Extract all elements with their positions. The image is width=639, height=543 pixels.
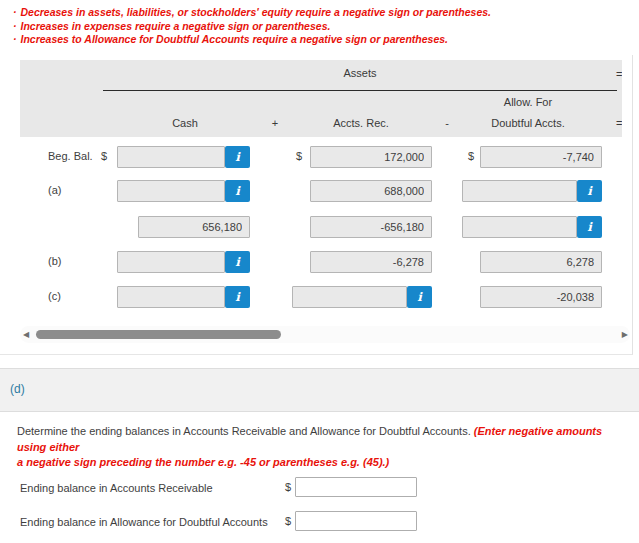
column-header-accts-rec: Accts. Rec. [311, 117, 411, 129]
cell-a2-cash [138, 216, 250, 238]
info-button[interactable]: i [225, 251, 250, 273]
instruction-text: Decreases in assets, liabilities, or sto… [21, 6, 492, 18]
info-button[interactable]: i [225, 146, 250, 168]
part-d-prompt: Determine the ending balances in Account… [17, 424, 629, 471]
row-label-beg-bal: Beg. Bal. [48, 150, 93, 162]
cell-a-allow: i [462, 180, 602, 202]
bullet-icon: · [13, 6, 17, 18]
cell-beg-bal-ar [310, 146, 432, 168]
answer-label-ar: Ending balance in Accounts Receivable [20, 482, 213, 494]
worksheet-panel: Assets = Allow. For Cash + Accts. Rec. -… [0, 55, 633, 355]
info-button[interactable]: i [577, 180, 602, 202]
cell-c-ar: i [292, 286, 432, 308]
cash-a-input[interactable] [117, 180, 225, 202]
instruction-list: ·Decreases in assets, liabilities, or st… [13, 6, 633, 47]
allow-a-input[interactable] [462, 180, 577, 202]
instruction-line: ·Decreases in assets, liabilities, or st… [13, 6, 633, 20]
dollar-sign: $ [468, 150, 474, 162]
cell-beg-bal-allow [480, 146, 602, 168]
answer-label-allowance: Ending balance in Allowance for Doubtful… [20, 516, 268, 528]
info-button[interactable]: i [225, 286, 250, 308]
dollar-sign: $ [101, 150, 107, 162]
assets-group-header: Assets [103, 67, 617, 79]
section-d-band: (d) [0, 368, 639, 412]
instruction-text: Increases in expenses require a negative… [21, 20, 331, 32]
cash-a2-value [138, 216, 250, 238]
allow-a2-input[interactable] [462, 216, 577, 238]
row-label-c: (c) [48, 290, 61, 302]
dollar-sign: $ [296, 150, 302, 162]
bullet-icon: · [13, 20, 17, 32]
cell-b-ar [310, 251, 432, 273]
scrollbar-thumb[interactable] [36, 330, 281, 339]
info-button[interactable]: i [225, 180, 250, 202]
cash-c-input[interactable] [117, 286, 225, 308]
worksheet-header: Assets = Allow. For Cash + Accts. Rec. -… [20, 60, 622, 137]
cash-b-input[interactable] [117, 251, 225, 273]
homework-page: ·Decreases in assets, liabilities, or st… [0, 0, 639, 543]
ar-a-value [310, 180, 432, 202]
instruction-line: ·Increases in expenses require a negativ… [13, 20, 633, 34]
info-button[interactable]: i [577, 216, 602, 238]
cell-b-cash: i [117, 251, 250, 273]
cash-beg-bal-input[interactable] [117, 146, 225, 168]
column-header-allowance-line1: Allow. For [448, 96, 608, 108]
bullet-icon: · [13, 33, 17, 45]
cell-c-cash: i [117, 286, 250, 308]
column-header-cash: Cash [145, 117, 225, 129]
cell-beg-bal-cash: i [117, 146, 250, 168]
plus-separator: + [265, 117, 285, 129]
horizontal-scrollbar[interactable]: ◀ ▶ [20, 326, 630, 343]
cell-a-ar [310, 180, 432, 202]
allow-c-value [480, 286, 602, 308]
cell-a-cash: i [117, 180, 250, 202]
info-button[interactable]: i [407, 286, 432, 308]
prompt-note-line2: a negative sign preceding the number e.g… [17, 456, 389, 468]
cell-c-allow [480, 286, 602, 308]
ar-c-input[interactable] [292, 286, 407, 308]
ar-a2-value [310, 216, 432, 238]
ending-balance-allowance-input[interactable] [295, 511, 417, 531]
scroll-right-icon[interactable]: ▶ [622, 330, 628, 339]
scroll-left-icon[interactable]: ◀ [23, 330, 29, 339]
prompt-text: Determine the ending balances in Account… [17, 425, 474, 437]
cell-b-allow [480, 251, 602, 273]
ar-beg-bal-value [310, 146, 432, 168]
row-label-a: (a) [48, 184, 61, 196]
row-label-b: (b) [48, 255, 61, 267]
equals-sign-clipped: = [616, 68, 622, 80]
allow-beg-bal-value [480, 146, 602, 168]
section-d-label: (d) [10, 382, 25, 396]
dollar-sign: $ [285, 481, 291, 493]
ar-b-value [310, 251, 432, 273]
equals-sign-clipped: = [616, 117, 622, 129]
column-header-allowance-line2: Doubtful Accts. [448, 117, 608, 129]
dollar-sign: $ [285, 515, 291, 527]
instruction-line: ·Increases to Allowance for Doubtful Acc… [13, 33, 633, 47]
assets-underline [103, 90, 617, 91]
cell-a2-ar [310, 216, 432, 238]
cell-a2-allow: i [462, 216, 602, 238]
ending-balance-ar-input[interactable] [295, 477, 417, 497]
instruction-text: Increases to Allowance for Doubtful Acco… [21, 33, 449, 45]
allow-b-value [480, 251, 602, 273]
